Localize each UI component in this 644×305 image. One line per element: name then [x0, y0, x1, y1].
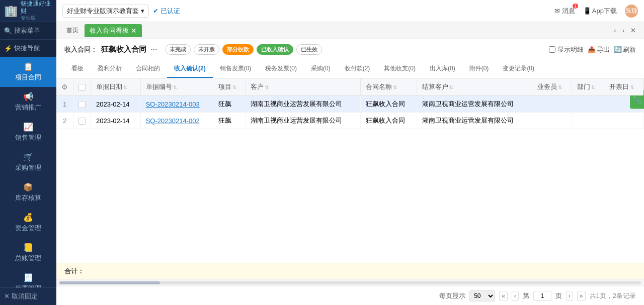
- sidebar-item-project[interactable]: 📋项目合同: [0, 57, 56, 87]
- sidebar-item-capital[interactable]: 💰资金管理: [0, 208, 56, 238]
- tab-nav: ‹ › ✕: [612, 26, 638, 35]
- active-tab[interactable]: 收入合同看板 ✕: [85, 24, 142, 37]
- subtab-9[interactable]: 出入库(0): [423, 60, 462, 78]
- first-page-button[interactable]: «: [499, 291, 508, 301]
- sidebar-item-inventory[interactable]: 📦库存核算: [0, 177, 56, 208]
- sort-date-icon[interactable]: ⇅: [123, 84, 127, 90]
- sidebar-icon-invoice: 🧾: [23, 273, 33, 282]
- table-wrapper[interactable]: ⚙ 单据日期⇅ 单据编号⇅ 项目⇅ 客户⇅ 合同名称⇅ 结算客户⇅ 业务员⇅ 部…: [56, 78, 644, 263]
- status-btn-0[interactable]: 未完成: [165, 44, 191, 55]
- download-icon: 📱: [583, 7, 591, 15]
- sidebar-label-capital: 资金管理: [15, 224, 41, 233]
- sort-contract-icon[interactable]: ⇅: [393, 84, 397, 90]
- status-btn-1[interactable]: 未开票: [194, 44, 219, 55]
- row-open-date-1: [604, 113, 644, 129]
- horizontal-scrollbar[interactable]: [56, 279, 644, 286]
- sidebar-logo: 🏢 畅捷通好业财 专业版: [0, 0, 56, 22]
- sort-result-customer-icon[interactable]: ⇅: [449, 84, 453, 90]
- sidebar-item-marketing[interactable]: 📢营销推广: [0, 87, 56, 117]
- tab-nav-right[interactable]: ›: [620, 26, 626, 35]
- data-table: ⚙ 单据日期⇅ 单据编号⇅ 项目⇅ 客户⇅ 合同名称⇅ 结算客户⇅ 业务员⇅ 部…: [56, 78, 644, 129]
- sort-dept-icon[interactable]: ⇅: [591, 84, 595, 90]
- page-input[interactable]: [533, 291, 551, 301]
- sidebar-icon-inventory: 📦: [23, 182, 33, 192]
- sort-customer-icon[interactable]: ⇅: [265, 84, 269, 90]
- row-number-0[interactable]: SQ-20230214-003: [140, 96, 213, 113]
- sidebar-item-general[interactable]: 📒总账管理: [0, 238, 56, 268]
- row-cb-1[interactable]: [73, 113, 91, 129]
- page-prefix: 第: [523, 291, 529, 300]
- topbar: 好业财专业版演示教育套 ▾ ✔ 已认证 ✉ 1 消息 📱 App下载 珠珠: [56, 0, 644, 22]
- message-button[interactable]: ✉ 1 消息: [554, 7, 575, 16]
- th-open-date: 开票日⇅: [604, 78, 644, 96]
- avatar[interactable]: 珠珠: [625, 5, 638, 18]
- status-btn-2[interactable]: 部分收款: [222, 44, 254, 55]
- table-row[interactable]: 2 2023-02-14 SQ-20230214-002 狂飙 湖南卫视商业运营…: [56, 113, 644, 129]
- th-contract: 合同名称⇅: [361, 78, 417, 96]
- subtab-4[interactable]: 销售发票(0): [213, 60, 259, 78]
- tab-nav-left[interactable]: ‹: [612, 26, 618, 35]
- sidebar-item-invoice[interactable]: 🧾发票管理: [0, 268, 56, 287]
- more-options-button[interactable]: ···: [150, 45, 157, 54]
- show-detail-checkbox[interactable]: [549, 46, 555, 53]
- row-number-1[interactable]: SQ-20230214-002: [140, 113, 213, 129]
- page-suffix: 页: [555, 291, 562, 300]
- app-name: 畅捷通好业财: [21, 0, 52, 15]
- sort-salesman-icon[interactable]: ⇅: [558, 84, 562, 90]
- per-page-select[interactable]: 50 20 100: [469, 290, 495, 301]
- company-selector[interactable]: 好业财专业版演示教育套 ▾: [62, 5, 149, 18]
- subtab-2[interactable]: 合同相的: [129, 60, 167, 78]
- cert-label: 已认证: [160, 7, 180, 16]
- sort-project-icon[interactable]: ⇅: [232, 84, 236, 90]
- export-button[interactable]: 📤 导出: [588, 45, 610, 54]
- scrollbar-thumb[interactable]: [59, 281, 160, 284]
- subtab-6[interactable]: 采购(0): [304, 60, 338, 78]
- sidebar-label-inventory: 库存核算: [15, 193, 41, 202]
- th-salesman: 业务员⇅: [532, 78, 572, 96]
- user-name: 珠珠: [625, 7, 638, 16]
- sidebar-quick-nav[interactable]: ⚡ 快捷导航: [0, 39, 56, 57]
- select-all-checkbox[interactable]: [78, 84, 86, 91]
- subtab-3[interactable]: 收入确认(2): [167, 60, 213, 78]
- settings-icon[interactable]: ⚙: [61, 83, 68, 91]
- subtab-7[interactable]: 收付款(2): [338, 60, 377, 78]
- sidebar-search[interactable]: 🔍 搜索菜单: [0, 22, 56, 39]
- status-buttons: 未完成未开票部分收款已收入确认已生效: [165, 44, 322, 55]
- sort-open-date-icon[interactable]: ⇅: [630, 84, 634, 90]
- active-tab-label: 收入合同看板: [90, 26, 129, 35]
- row-project-0: 狂飙: [213, 96, 246, 113]
- table-header-row: ⚙ 单据日期⇅ 单据编号⇅ 项目⇅ 客户⇅ 合同名称⇅ 结算客户⇅ 业务员⇅ 部…: [56, 78, 644, 96]
- subtab-1[interactable]: 盈利分析: [91, 60, 129, 78]
- table-row[interactable]: 1 2023-02-14 SQ-20230214-003 狂飙 湖南卫视商业运营…: [56, 96, 644, 113]
- logo-icon: 🏢: [4, 5, 18, 18]
- tab-nav-close[interactable]: ✕: [628, 26, 638, 35]
- status-btn-4[interactable]: 已生效: [296, 44, 322, 55]
- next-page-button[interactable]: ›: [566, 291, 573, 301]
- sidebar-item-sales[interactable]: 📈销售管理: [0, 117, 56, 147]
- table-head: ⚙ 单据日期⇅ 单据编号⇅ 项目⇅ 客户⇅ 合同名称⇅ 结算客户⇅ 业务员⇅ 部…: [56, 78, 644, 96]
- row-customer-0: 湖南卫视商业运营发展有限公司: [246, 96, 361, 113]
- sort-number-icon[interactable]: ⇅: [173, 84, 177, 90]
- th-dept: 部门⇅: [572, 78, 604, 96]
- tab-close-icon[interactable]: ✕: [131, 27, 137, 35]
- subtab-10[interactable]: 附件(0): [462, 60, 496, 78]
- unpin-label: ✕ 取消固定: [4, 292, 38, 301]
- row-cb-0[interactable]: [73, 96, 91, 113]
- app-download-button[interactable]: 📱 App下载: [583, 7, 617, 16]
- refresh-button[interactable]: 🔄 刷新: [614, 45, 636, 54]
- sidebar-item-purchase[interactable]: 🛒采购管理: [0, 147, 56, 177]
- check-icon: ✔: [153, 7, 158, 15]
- refresh-icon: 🔄: [614, 46, 622, 53]
- subtab-11[interactable]: 变更记录(0): [496, 60, 541, 78]
- unpin-button[interactable]: ✕ 取消固定: [0, 288, 56, 305]
- subtab-0[interactable]: 看板: [64, 60, 91, 78]
- home-tab[interactable]: 首页: [62, 24, 83, 37]
- status-btn-3[interactable]: 已收入确认: [257, 44, 293, 55]
- subtab-5[interactable]: 税务发票(0): [258, 60, 304, 78]
- tabbar: 首页 收入合同看板 ✕ ‹ › ✕: [56, 22, 644, 39]
- show-detail-toggle[interactable]: 显示明细: [549, 45, 584, 54]
- th-gear[interactable]: ⚙: [56, 78, 73, 96]
- subtab-8[interactable]: 其他收支(0): [377, 60, 423, 78]
- prev-page-button[interactable]: ‹: [512, 291, 519, 301]
- last-page-button[interactable]: »: [577, 291, 586, 301]
